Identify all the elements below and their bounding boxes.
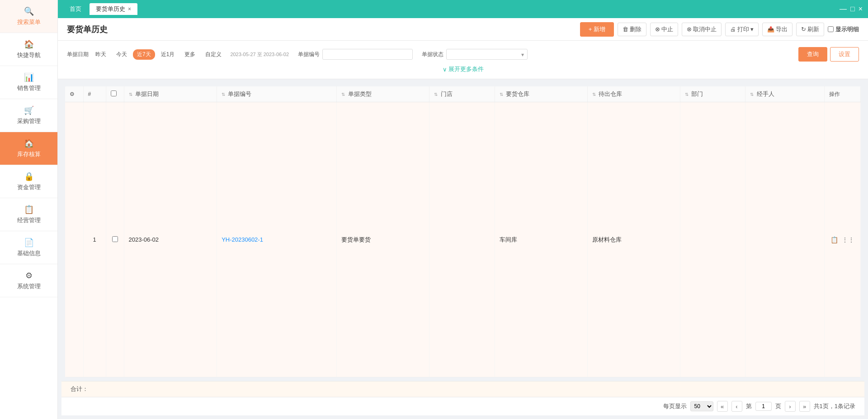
row-req-warehouse-cell: 车间库 xyxy=(495,102,587,377)
select-all-checkbox[interactable] xyxy=(111,90,117,96)
per-page-select[interactable]: 50 10 20 100 xyxy=(690,401,713,411)
display-detail-checkbox-wrapper[interactable]: 显示明细 xyxy=(828,25,859,33)
delete-button[interactable]: 🗑 删除 xyxy=(618,23,646,36)
sidebar-item-quick-nav[interactable]: 🏠 快捷导航 xyxy=(0,33,57,66)
expand-filter-button[interactable]: ∨ 展开更多条件 xyxy=(443,65,484,73)
date-btn-7days[interactable]: 近7天 xyxy=(133,49,155,60)
order-no-input[interactable] xyxy=(322,49,413,60)
date-btn-yesterday[interactable]: 昨天 xyxy=(91,49,110,60)
col-handler: 经手人 xyxy=(745,86,825,102)
system-icon: ⚙ xyxy=(25,271,33,281)
table-header: ⚙ # 单据日期 单据编号 xyxy=(65,86,861,102)
tab-requisition-label: 要货单历史 xyxy=(96,5,125,13)
col-actions: 操作 xyxy=(825,86,861,102)
sidebar-item-label: 经营管理 xyxy=(17,216,41,224)
sidebar-item-system-mgmt[interactable]: ⚙ 系统管理 xyxy=(0,264,57,297)
sidebar-item-sales-mgmt[interactable]: 📊 销售管理 xyxy=(0,66,57,99)
content-area: 要货单历史 + 新增 🗑 删除 ⊗ 中止 ⊗ 取消中止 🖨 打印 xyxy=(58,18,868,419)
search-button[interactable]: 查询 xyxy=(798,47,827,62)
sidebar-item-purchase-mgmt[interactable]: 🛒 采购管理 xyxy=(0,99,57,132)
date-btn-more[interactable]: 更多 xyxy=(180,49,199,60)
row-order-no-link[interactable]: YH-20230602-1 xyxy=(222,236,263,243)
row-more-icon[interactable]: ⋮⋮ xyxy=(842,236,854,243)
search-menu-icon: 🔍 xyxy=(24,6,34,16)
settings-button[interactable]: 设置 xyxy=(830,47,859,62)
finance-icon: 🔒 xyxy=(24,171,34,181)
window-minimize-icon[interactable]: — xyxy=(840,5,847,13)
refresh-button[interactable]: ↻ 刷新 xyxy=(796,23,824,36)
col-check xyxy=(106,86,124,102)
col-pending-warehouse: 待出仓库 xyxy=(587,86,680,102)
sales-icon: 📊 xyxy=(24,72,34,82)
date-filter-label: 单据日期 xyxy=(67,51,89,58)
date-btn-today[interactable]: 今天 xyxy=(112,49,131,60)
row-view-icon[interactable]: 📋 xyxy=(830,236,838,243)
date-buttons: 昨天 今天 近7天 近1月 更多 自定义 xyxy=(91,49,226,60)
sidebar-item-label: 销售管理 xyxy=(17,84,41,92)
main-area: 首页 要货单历史 × — □ × 要货单历史 + 新增 🗑 删除 ⊗ xyxy=(58,0,868,419)
sort-dept-icon xyxy=(685,90,690,97)
tab-requisition-history[interactable]: 要货单历史 × xyxy=(90,3,137,15)
row-settings-cell xyxy=(65,102,83,377)
sidebar-item-inventory[interactable]: 🏠 库存核算 xyxy=(0,132,57,165)
page-suffix: 页 xyxy=(775,402,781,410)
order-no-filter-group: 单据编号 xyxy=(298,49,413,60)
sidebar-item-label: 采购管理 xyxy=(17,117,41,125)
sort-store-icon xyxy=(434,90,439,97)
window-close-icon[interactable]: × xyxy=(859,5,863,13)
status-select[interactable] xyxy=(446,49,528,60)
col-req-warehouse: 要货仓库 xyxy=(495,86,587,102)
tab-home[interactable]: 首页 xyxy=(63,3,88,15)
sort-date-icon xyxy=(129,90,134,97)
expand-label: 展开更多条件 xyxy=(448,65,484,73)
page-title: 要货单历史 xyxy=(67,24,108,35)
prev-page-btn[interactable]: ‹ xyxy=(731,401,742,412)
new-button[interactable]: + 新增 xyxy=(580,22,614,37)
sidebar-item-finance-mgmt[interactable]: 🔒 资金管理 xyxy=(0,165,57,198)
print-button[interactable]: 🖨 打印 ▾ xyxy=(725,23,759,36)
sidebar-item-operations-mgmt[interactable]: 📋 经营管理 xyxy=(0,198,57,231)
page-actions: + 新增 🗑 删除 ⊗ 中止 ⊗ 取消中止 🖨 打印 ▾ xyxy=(580,22,859,37)
export-button[interactable]: 📤 导出 xyxy=(762,23,793,36)
sidebar-item-label: 资金管理 xyxy=(17,183,41,191)
delete-icon: 🗑 xyxy=(623,26,628,33)
sidebar-item-label: 系统管理 xyxy=(17,282,41,290)
sidebar-item-basic-info[interactable]: 📄 基础信息 xyxy=(0,231,57,264)
display-detail-checkbox[interactable] xyxy=(828,26,834,32)
row-order-type-cell: 要货单要货 xyxy=(337,102,429,377)
display-detail-label: 显示明细 xyxy=(835,25,859,33)
table-body: 1 2023-06-02 YH-20230602-1 xyxy=(65,102,861,377)
sidebar-item-label: 库存核算 xyxy=(17,150,41,158)
page-number-input[interactable] xyxy=(755,402,772,411)
basic-info-icon: 📄 xyxy=(24,238,34,248)
date-btn-custom[interactable]: 自定义 xyxy=(201,49,226,60)
row-num-cell: 1 xyxy=(83,102,106,377)
sort-req-wh-icon xyxy=(500,90,505,97)
date-btn-1month[interactable]: 近1月 xyxy=(157,49,179,60)
col-store: 门店 xyxy=(429,86,495,102)
tab-close-icon[interactable]: × xyxy=(128,6,131,12)
row-handler-cell xyxy=(745,102,825,377)
last-page-btn[interactable]: » xyxy=(799,401,810,412)
next-page-btn[interactable]: › xyxy=(785,401,796,412)
stop-button[interactable]: ⊗ 中止 xyxy=(650,23,678,36)
sort-order-no-icon xyxy=(222,90,226,97)
print-dropdown-icon: ▾ xyxy=(750,26,754,33)
cancel-stop-icon: ⊗ xyxy=(687,26,692,33)
window-maximize-icon[interactable]: □ xyxy=(850,5,855,13)
col-settings[interactable]: ⚙ xyxy=(65,86,83,102)
sidebar-item-search-menu[interactable]: 🔍 搜索菜单 xyxy=(0,0,57,33)
pagination: 每页显示 50 10 20 100 « ‹ 第 页 › xyxy=(61,397,864,415)
sidebar-item-label: 基础信息 xyxy=(17,249,41,257)
per-page-label: 每页显示 xyxy=(663,402,687,410)
table-section: ⚙ # 单据日期 单据编号 xyxy=(61,83,864,415)
first-page-btn[interactable]: « xyxy=(717,401,728,412)
purchase-icon: 🛒 xyxy=(24,105,34,115)
operations-icon: 📋 xyxy=(24,205,34,214)
order-no-label: 单据编号 xyxy=(298,51,320,58)
row-checkbox[interactable] xyxy=(112,236,118,242)
sidebar-item-label: 快捷导航 xyxy=(17,51,41,59)
cancel-stop-button[interactable]: ⊗ 取消中止 xyxy=(682,23,722,36)
row-actions-cell: 📋 ⋮⋮ xyxy=(825,102,861,377)
sidebar-item-label: 搜索菜单 xyxy=(17,18,41,26)
